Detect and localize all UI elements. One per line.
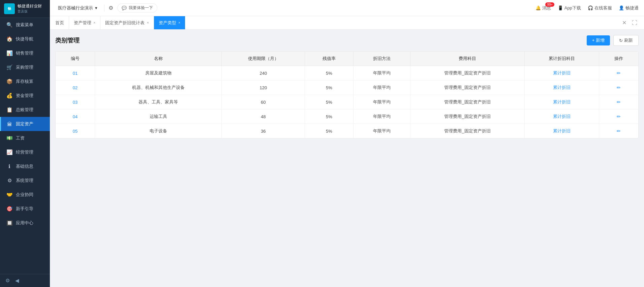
experience-button[interactable]: 💬 我要体验一下: [117, 3, 157, 12]
table-cell: 240: [222, 66, 305, 81]
collapse-icon[interactable]: ◀: [15, 278, 19, 284]
close-tab-icon[interactable]: ✕: [621, 19, 628, 27]
tabs-bar: 首页资产管理×固定资产折旧统计表×资产类型× ✕ ⛶: [50, 16, 644, 30]
sidebar-item-capital[interactable]: 💰 资金管理: [0, 89, 50, 103]
settings-icon[interactable]: ⚙: [5, 278, 10, 284]
sidebar-item-search[interactable]: 🔍 搜索菜单: [0, 18, 50, 32]
chat-icon: 💬: [122, 6, 127, 10]
sidebar-item-purchase[interactable]: 🛒 采购管理: [0, 60, 50, 74]
sidebar-item-label: 资金管理: [16, 93, 33, 99]
table-cell: 累计折旧: [524, 81, 599, 95]
bell-icon: 🔔: [535, 5, 541, 10]
tab-0[interactable]: 首页: [55, 16, 69, 29]
notification-item[interactable]: 🔔 消息 99: [535, 5, 551, 11]
table-cell: 04: [56, 109, 95, 124]
fixed-icon: 🏛: [6, 121, 12, 127]
expand-icon[interactable]: ⛶: [631, 19, 639, 27]
guide-icon: 🎯: [6, 206, 12, 212]
enterprise-icon: 🤝: [6, 192, 12, 198]
chevron-down-icon: ▾: [95, 5, 97, 10]
edit-action[interactable]: ✏: [599, 124, 638, 138]
edit-icon[interactable]: ✏: [617, 99, 621, 105]
basic-icon: ℹ: [6, 163, 12, 169]
sidebar-item-apps[interactable]: 🔲 应用中心: [0, 216, 50, 230]
sidebar-item-sales[interactable]: 📊 销售管理: [0, 46, 50, 60]
topbar: 医疗器械行业演示 ▾ ⚙ 💬 我要体验一下 🔔 消息 99 📱 App下载 🎧 …: [50, 0, 644, 16]
module-selector[interactable]: 医疗器械行业演示 ▾: [55, 4, 100, 12]
edit-icon[interactable]: ✏: [617, 70, 621, 76]
table-cell: 01: [56, 66, 95, 81]
table-row: 05电子设备365%年限平均管理费用_固定资产折旧累计折旧✏: [56, 124, 638, 138]
table-cell: 5%: [305, 124, 353, 138]
sidebar-item-operation[interactable]: 📈 经营管理: [0, 145, 50, 159]
tab-label: 固定资产折旧统计表: [105, 20, 145, 26]
user-item[interactable]: 👤 畅捷通: [619, 5, 639, 11]
new-button[interactable]: + 新增: [587, 35, 610, 45]
column-header: 编号: [56, 52, 95, 66]
sidebar-item-inventory[interactable]: 📦 库存核算: [0, 74, 50, 89]
edit-icon[interactable]: ✏: [617, 128, 621, 134]
sidebar-item-quicknav[interactable]: 🏠 快捷导航: [0, 32, 50, 46]
app-download-item[interactable]: 📱 App下载: [558, 5, 581, 11]
experience-label: 我要体验一下: [129, 5, 153, 11]
purchase-icon: 🛒: [6, 64, 12, 70]
sidebar-item-fixed[interactable]: 🏛 固定资产: [0, 117, 50, 131]
table-row: 04运输工具485%年限平均管理费用_固定资产折旧累计折旧✏: [56, 109, 638, 124]
sidebar-item-ledger[interactable]: 📋 总账管理: [0, 103, 50, 117]
table-row: 03器具、工具、家具等605%年限平均管理费用_固定资产折旧累计折旧✏: [56, 95, 638, 109]
tab-close-icon[interactable]: ×: [93, 21, 95, 25]
system-icon: ⚙: [6, 178, 12, 184]
table-cell: 电子设备: [95, 124, 221, 138]
sidebar-item-label: 新手引导: [16, 206, 33, 212]
tab-close-icon[interactable]: ×: [147, 21, 149, 25]
sidebar-item-label: 快捷导航: [16, 36, 33, 42]
sidebar-item-enterprise[interactable]: 🤝 企业协同: [0, 188, 50, 202]
tabs-container: 首页资产管理×固定资产折旧统计表×资产类型×: [55, 16, 185, 29]
app-logo: 畅 畅捷通好业财 普及版: [0, 0, 50, 18]
sidebar-item-basic[interactable]: ℹ 基础信息: [0, 159, 50, 173]
sidebar-item-salary[interactable]: 💵 工资: [0, 131, 50, 145]
column-header: 名称: [95, 52, 221, 66]
edit-icon[interactable]: ✏: [617, 114, 621, 119]
table-cell: 累计折旧: [524, 124, 599, 138]
tab-close-icon[interactable]: ×: [178, 21, 180, 25]
column-header: 残值率: [305, 52, 353, 66]
table-head: 编号名称使用期限（月）残值率折旧方法费用科目累计折旧科目操作: [56, 52, 638, 66]
refresh-label: 刷新: [624, 37, 633, 43]
tab-3[interactable]: 资产类型×: [154, 16, 185, 29]
tab-2[interactable]: 固定资产折旧统计表×: [100, 16, 154, 29]
refresh-button[interactable]: ↻ 刷新: [613, 35, 639, 46]
edit-action[interactable]: ✏: [599, 109, 638, 124]
quicknav-icon: 🏠: [6, 36, 12, 42]
tab-label: 首页: [55, 20, 64, 26]
table-cell: 年限平均: [353, 124, 410, 138]
logo-name: 畅捷通好业财: [18, 4, 42, 9]
operation-icon: 📈: [6, 149, 12, 155]
table-cell: 5%: [305, 66, 353, 81]
gear-icon[interactable]: ⚙: [109, 5, 113, 11]
user-label: 畅捷通: [625, 5, 639, 11]
sidebar-item-label: 搜索菜单: [16, 22, 33, 28]
column-header: 折旧方法: [353, 52, 410, 66]
table-cell: 5%: [305, 95, 353, 109]
tab-1[interactable]: 资产管理×: [69, 16, 100, 29]
customer-service-item[interactable]: 🎧 在线客服: [588, 5, 612, 11]
table-cell: 累计折旧: [524, 66, 599, 81]
edit-icon[interactable]: ✏: [617, 85, 621, 90]
salary-icon: 💵: [6, 135, 12, 141]
column-header: 使用期限（月）: [222, 52, 305, 66]
edit-action[interactable]: ✏: [599, 81, 638, 95]
table-cell: 36: [222, 124, 305, 138]
sidebar-item-guide[interactable]: 🎯 新手引导: [0, 202, 50, 216]
table-cell: 器具、工具、家具等: [95, 95, 221, 109]
sidebar-item-label: 固定资产: [16, 121, 33, 127]
edit-action[interactable]: ✏: [599, 66, 638, 81]
sidebar-item-system[interactable]: ⚙ 系统管理: [0, 173, 50, 188]
table-cell: 05: [56, 124, 95, 138]
edit-action[interactable]: ✏: [599, 95, 638, 109]
sidebar-item-label: 库存核算: [16, 78, 33, 85]
sidebar-nav: 🔍 搜索菜单 🏠 快捷导航 📊 销售管理 🛒 采购管理 📦 库存核算 💰 资金管…: [0, 18, 50, 274]
page-header: 类别管理 + 新增 ↻ 刷新: [55, 35, 639, 46]
headset-icon: 🎧: [588, 5, 593, 10]
sidebar-item-label: 应用中心: [16, 220, 33, 226]
